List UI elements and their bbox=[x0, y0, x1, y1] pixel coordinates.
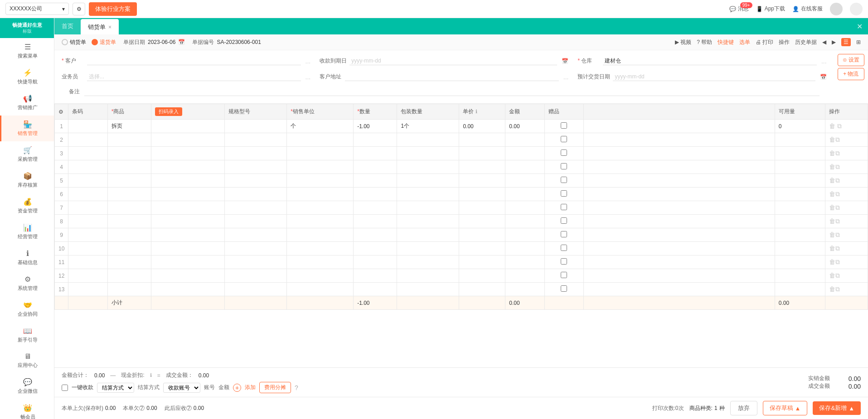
row-13-delete-icon[interactable]: 🗑 bbox=[829, 285, 835, 293]
col-scan[interactable]: 扫码录入 bbox=[151, 104, 225, 120]
row-10-delete-icon[interactable]: 🗑 bbox=[829, 245, 835, 252]
row-2-delete-icon[interactable]: 🗑 bbox=[829, 136, 835, 143]
return-type-radio[interactable]: 退货单 bbox=[92, 39, 116, 46]
row-3-copy-icon[interactable]: ⧉ bbox=[835, 149, 840, 157]
company-selector[interactable]: XXXXXX公司 ▾ bbox=[5, 3, 69, 15]
row-3-delete-icon[interactable]: 🗑 bbox=[829, 149, 835, 157]
row-1-price[interactable]: 0.00 bbox=[459, 120, 505, 133]
discard-button[interactable]: 放弃 bbox=[730, 401, 757, 415]
card-view-btn[interactable]: ⊞ bbox=[856, 39, 861, 45]
sidebar-logo[interactable]: 畅捷通好生意 标版 bbox=[0, 18, 54, 38]
sidebar-item-management[interactable]: 📊 经营管理 bbox=[0, 219, 54, 245]
row-9-copy-icon[interactable]: ⧉ bbox=[835, 231, 840, 238]
row-1-product[interactable]: 拆页 bbox=[107, 120, 151, 133]
help-btn[interactable]: ? 帮助 bbox=[697, 39, 712, 46]
close-all-tabs-icon[interactable]: ✕ bbox=[857, 23, 863, 30]
list-view-btn[interactable]: ☰ bbox=[841, 38, 851, 46]
row-2-unit[interactable] bbox=[287, 133, 354, 147]
one-click-payment-checkbox[interactable] bbox=[62, 385, 68, 391]
customer-more-icon[interactable]: ... bbox=[305, 58, 311, 65]
row-10-copy-icon[interactable]: ⧉ bbox=[835, 245, 840, 252]
sidebar-item-sales[interactable]: 🏪 销售管理 bbox=[0, 116, 54, 141]
row-5-delete-icon[interactable]: 🗑 bbox=[829, 177, 835, 184]
row-12-delete-icon[interactable]: 🗑 bbox=[829, 272, 835, 279]
customer-input[interactable] bbox=[87, 57, 301, 65]
save-new-button[interactable]: 保存&新增 ▲ bbox=[813, 401, 861, 415]
avatar[interactable] bbox=[830, 3, 843, 15]
date-calendar-icon[interactable]: 📅 bbox=[178, 39, 185, 45]
row-4-delete-icon[interactable]: 🗑 bbox=[829, 163, 835, 170]
history-btn[interactable]: 历史单据 bbox=[795, 39, 817, 46]
logistics-side-button[interactable]: + 物流 bbox=[838, 68, 864, 80]
row-7-copy-icon[interactable]: ⧉ bbox=[835, 204, 840, 211]
save-draft-button[interactable]: 保存草稿 ▲ bbox=[763, 401, 808, 415]
payment-date-calendar-icon[interactable]: 📅 bbox=[562, 58, 568, 64]
row-2-qty[interactable] bbox=[354, 133, 397, 147]
payment-account-select[interactable]: 收款账号 bbox=[163, 383, 200, 393]
video-btn[interactable]: ▶ 视频 bbox=[675, 39, 691, 46]
app-download-button[interactable]: 📱 App下载 bbox=[756, 5, 785, 13]
sidebar-item-wechat[interactable]: 💬 企业微信 bbox=[0, 373, 54, 399]
experience-button[interactable]: 体验行业方案 bbox=[89, 2, 137, 16]
row-1-gift[interactable] bbox=[544, 120, 583, 133]
add-payment-button[interactable]: + bbox=[233, 384, 241, 392]
row-1-amount[interactable]: 0.00 bbox=[505, 120, 544, 133]
row-2-spec[interactable] bbox=[225, 133, 287, 147]
sidebar-item-appstore[interactable]: 🖥 应用中心 bbox=[0, 348, 54, 373]
delivery-date-calendar-icon[interactable]: 📅 bbox=[820, 74, 827, 80]
tab-home[interactable]: 首页 bbox=[54, 18, 81, 34]
payment-method-select[interactable]: 结算方式 bbox=[97, 383, 134, 393]
row-9-delete-icon[interactable]: 🗑 bbox=[829, 231, 835, 238]
sidebar-item-search[interactable]: ☰ 搜索菜单 bbox=[0, 38, 54, 64]
prev-record-btn[interactable]: ◀ bbox=[822, 39, 826, 45]
row-1-delete-icon[interactable]: 🗑 bbox=[829, 122, 835, 130]
col-settings[interactable]: ⚙ bbox=[55, 104, 68, 120]
sidebar-item-finance[interactable]: 💰 资金管理 bbox=[0, 193, 54, 219]
operation-btn[interactable]: 操作 bbox=[779, 39, 790, 46]
sidebar-item-purchase[interactable]: 🛒 采购管理 bbox=[0, 141, 54, 167]
row-2-price[interactable] bbox=[459, 133, 505, 147]
note-input[interactable] bbox=[84, 87, 820, 96]
warehouse-more-icon[interactable]: ... bbox=[821, 58, 827, 65]
row-6-copy-icon[interactable]: ⧉ bbox=[835, 190, 840, 197]
settings-gear-button[interactable]: ⚙ bbox=[73, 3, 85, 15]
sidebar-item-guide[interactable]: 📖 新手引导 bbox=[0, 322, 54, 348]
sidebar-item-member[interactable]: 👑 畅会员 bbox=[0, 399, 54, 419]
print-btn[interactable]: 🖨 打印 bbox=[756, 39, 773, 46]
discount-info-icon[interactable]: ℹ bbox=[150, 372, 152, 378]
row-13-copy-icon[interactable]: ⧉ bbox=[835, 285, 840, 293]
message-button[interactable]: 💬 消息 99+ bbox=[729, 5, 749, 13]
sidebar-item-quick[interactable]: ⚡ 快捷导航 bbox=[0, 64, 54, 90]
customer-address-input[interactable] bbox=[345, 72, 559, 81]
row-1-qty[interactable]: -1.00 bbox=[354, 120, 397, 133]
sale-type-radio[interactable]: 销货单 bbox=[62, 39, 86, 46]
address-more-icon[interactable]: ... bbox=[563, 73, 569, 81]
row-1-copy-icon[interactable]: ⧉ bbox=[837, 122, 842, 130]
row-2-gift[interactable] bbox=[544, 133, 583, 147]
tab-close-icon[interactable]: × bbox=[108, 24, 112, 30]
row-7-delete-icon[interactable]: 🗑 bbox=[829, 204, 835, 211]
row-11-delete-icon[interactable]: 🗑 bbox=[829, 258, 835, 265]
row-6-delete-icon[interactable]: 🗑 bbox=[829, 190, 835, 197]
row-1-pkg-qty[interactable]: 1个 bbox=[397, 120, 459, 133]
next-record-btn[interactable]: ▶ bbox=[832, 39, 836, 45]
select-btn[interactable]: 选单 bbox=[739, 39, 750, 46]
row-4-copy-icon[interactable]: ⧉ bbox=[835, 163, 840, 170]
salesperson-more-icon[interactable]: ... bbox=[305, 73, 311, 81]
row-8-delete-icon[interactable]: 🗑 bbox=[829, 217, 835, 225]
sidebar-item-inventory[interactable]: 📦 库存核算 bbox=[0, 167, 54, 193]
row-1-spec[interactable] bbox=[225, 120, 287, 133]
sidebar-item-basic[interactable]: ℹ 基础信息 bbox=[0, 245, 54, 270]
online-service-button[interactable]: 👤 在线客服 bbox=[792, 5, 823, 13]
sidebar-item-marketing[interactable]: 📢 营销推广 bbox=[0, 90, 54, 116]
payment-date-input[interactable] bbox=[349, 57, 557, 65]
scan-button[interactable]: 扫码录入 bbox=[155, 107, 182, 116]
expense-split-button[interactable]: 费用分摊 bbox=[259, 382, 291, 393]
row-2-product[interactable] bbox=[107, 133, 151, 147]
row-5-copy-icon[interactable]: ⧉ bbox=[835, 177, 840, 184]
salesperson-input[interactable] bbox=[87, 72, 301, 81]
shortcut-btn[interactable]: 快捷键 bbox=[718, 39, 734, 46]
expense-info-icon[interactable]: ? bbox=[295, 384, 298, 391]
row-11-copy-icon[interactable]: ⧉ bbox=[835, 258, 840, 265]
warehouse-input[interactable] bbox=[603, 57, 817, 65]
